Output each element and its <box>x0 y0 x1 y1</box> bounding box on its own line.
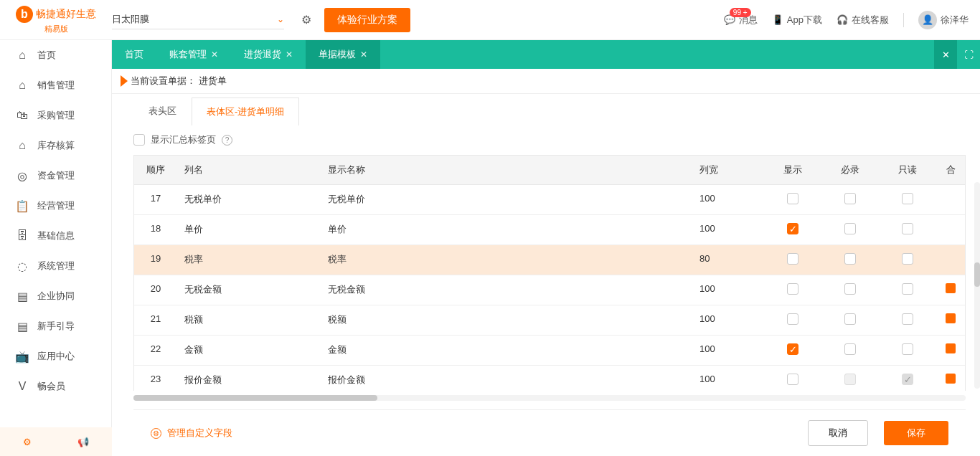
save-button[interactable]: 保存 <box>884 421 948 445</box>
sidebar-item-7[interactable]: ◌系统管理 <box>0 251 111 281</box>
cell-display[interactable]: 单价 <box>321 215 692 244</box>
tab-1[interactable]: 账套管理✕ <box>156 40 231 69</box>
checkbox[interactable] <box>902 223 913 234</box>
cell-readonly <box>879 305 936 335</box>
cancel-button[interactable]: 取消 <box>808 420 868 446</box>
help-icon[interactable]: ? <box>222 135 232 146</box>
total-handle[interactable] <box>946 283 956 293</box>
cell-width[interactable]: 80 <box>692 245 764 275</box>
sidebar-item-2[interactable]: 🛍采购管理 <box>0 100 111 130</box>
content-tab-0[interactable]: 表头区 <box>133 97 192 125</box>
checkbox[interactable] <box>844 253 856 265</box>
total-handle[interactable] <box>946 343 956 353</box>
checkbox[interactable] <box>844 283 856 295</box>
tab-0[interactable]: 首页 <box>112 40 156 69</box>
checkbox[interactable] <box>787 313 798 325</box>
checkbox[interactable] <box>902 253 913 265</box>
cell-width[interactable]: 100 <box>692 305 764 335</box>
content-tab-1[interactable]: 表体区-进货单明细 <box>192 98 299 125</box>
close-icon[interactable]: ✕ <box>360 49 367 60</box>
cell-readonly <box>879 185 936 214</box>
cell-width[interactable]: 100 <box>692 336 764 365</box>
checkbox[interactable] <box>844 223 856 234</box>
app-selector[interactable]: 日太阳膜 ⌄ <box>112 10 284 29</box>
sidebar-item-4[interactable]: ◎资金管理 <box>0 161 111 191</box>
show-summary-checkbox[interactable] <box>133 134 145 146</box>
sidebar-item-3[interactable]: ⌂库存核算 <box>0 130 111 161</box>
subheader-prefix: 当前设置单据： <box>131 75 196 87</box>
warehouse-icon: ⌂ <box>16 139 29 152</box>
checkbox[interactable] <box>902 283 913 295</box>
cell-width[interactable]: 100 <box>692 215 764 244</box>
cell-display[interactable]: 报价金额 <box>321 366 692 391</box>
cell-display[interactable]: 无税单价 <box>321 185 692 214</box>
total-handle[interactable] <box>946 313 956 323</box>
tab-3[interactable]: 单据模板✕ <box>306 40 380 69</box>
checkbox[interactable] <box>844 193 856 204</box>
close-tab-button[interactable]: ✕ <box>934 40 957 69</box>
checkbox[interactable] <box>902 313 913 325</box>
close-icon[interactable]: ✕ <box>211 49 218 60</box>
sidebar-item-0[interactable]: ⌂首页 <box>0 40 111 70</box>
checkbox[interactable] <box>844 313 856 325</box>
fullscreen-button[interactable]: ⛶ <box>957 40 980 69</box>
cell-display[interactable]: 金额 <box>321 336 692 365</box>
sidebar-item-10[interactable]: 📺应用中心 <box>0 341 111 371</box>
checkbox[interactable] <box>787 283 798 295</box>
checkbox[interactable] <box>902 193 913 204</box>
cell-display[interactable]: 税额 <box>321 305 692 335</box>
cell-display[interactable]: 税率 <box>321 245 692 275</box>
sidebar-item-label: 资金管理 <box>37 169 75 182</box>
checkbox[interactable] <box>787 193 798 204</box>
sidebar-item-1[interactable]: ⌂销售管理 <box>0 70 111 100</box>
settings-button[interactable]: ⚙ <box>296 10 317 29</box>
horizontal-scrollbar[interactable] <box>133 395 966 401</box>
cell-width[interactable]: 100 <box>692 275 764 305</box>
checkbox: ✓ <box>902 374 913 385</box>
manage-custom-fields-link[interactable]: 管理自定义字段 <box>167 427 232 440</box>
close-icon[interactable]: ✕ <box>286 49 293 60</box>
cell-show: ✓ <box>764 336 821 365</box>
cell-display[interactable]: 无税金额 <box>321 275 692 305</box>
scroll-thumb[interactable] <box>974 262 980 287</box>
checkbox[interactable] <box>787 374 798 385</box>
cell-show <box>764 245 821 275</box>
sidebar-item-8[interactable]: ▤企业协同 <box>0 281 111 311</box>
scroll-thumb[interactable] <box>133 395 377 401</box>
announce-icon[interactable]: 📢 <box>77 437 89 447</box>
tab-2[interactable]: 进货退货✕ <box>231 40 306 69</box>
cell-width[interactable]: 100 <box>692 185 764 214</box>
clipboard-icon: 📋 <box>16 199 29 212</box>
table-row: 17无税单价无税单价100 <box>134 185 965 215</box>
tab-label: 账套管理 <box>169 48 207 61</box>
messages-link[interactable]: 💬 99 + 消息 <box>724 14 758 27</box>
gear-icon[interactable]: ⚙ <box>23 437 32 447</box>
main: 首页账套管理✕进货退货✕单据模板✕ ✕ ⛶ 当前设置单据： 进货单 表头区表体区… <box>112 40 980 456</box>
cta-button[interactable]: 体验行业方案 <box>324 8 410 32</box>
logo-subtitle: 精易版 <box>44 24 68 34</box>
sidebar-item-11[interactable]: V畅会员 <box>0 371 111 402</box>
app-download-link[interactable]: 📱 App下载 <box>772 14 822 27</box>
vertical-scrollbar[interactable] <box>974 182 980 389</box>
table-row: 20无税金额无税金额100 <box>134 275 965 305</box>
cell-readonly <box>879 245 936 275</box>
user-menu[interactable]: 👤 徐泽华 <box>918 11 969 29</box>
sidebar-item-6[interactable]: 🗄基础信息 <box>0 221 111 251</box>
user-name: 徐泽华 <box>941 14 969 27</box>
checkbox[interactable] <box>844 343 856 355</box>
checkbox[interactable] <box>902 343 913 355</box>
total-handle[interactable] <box>946 374 956 384</box>
support-link[interactable]: 🎧 在线客服 <box>837 14 889 27</box>
support-label: 在线客服 <box>852 14 889 27</box>
checkbox[interactable]: ✓ <box>787 223 798 234</box>
close-icon: ✕ <box>942 49 950 60</box>
sidebar-item-5[interactable]: 📋经营管理 <box>0 191 111 221</box>
checkbox[interactable]: ✓ <box>787 343 798 355</box>
cell-width[interactable]: 100 <box>692 366 764 391</box>
tabbar-right: ✕ ⛶ <box>934 40 980 69</box>
checkbox[interactable] <box>787 253 798 265</box>
sidebar-item-9[interactable]: ▤新手引导 <box>0 311 111 341</box>
cell-total <box>936 215 965 244</box>
sidebar-item-label: 销售管理 <box>37 79 75 92</box>
cell-seq: 21 <box>134 305 177 335</box>
